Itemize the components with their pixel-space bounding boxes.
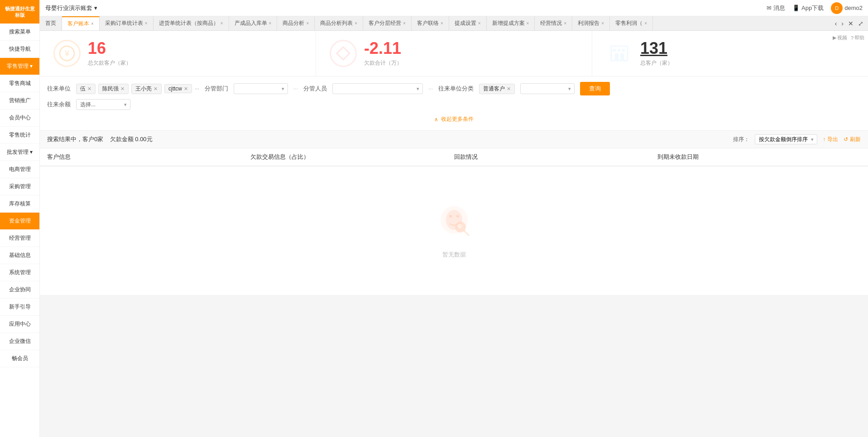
svg-line-14 xyxy=(464,231,469,235)
tab-home[interactable]: 首页 xyxy=(40,16,62,31)
svg-rect-7 xyxy=(622,49,625,52)
sidebar-item-operations_mgmt[interactable]: 经营管理 xyxy=(0,230,39,247)
sidebar-item-enterprise_collab[interactable]: 企业协同 xyxy=(0,281,39,299)
app-download-button[interactable]: 📱 App下载 xyxy=(792,4,824,12)
filter-dept-container xyxy=(234,83,288,94)
tab-customer_segment[interactable]: 客户分层经营× xyxy=(363,16,412,31)
tag-close[interactable]: ✕ xyxy=(153,86,158,92)
filter-person-more[interactable]: ··· xyxy=(428,86,433,92)
filter-person-container xyxy=(332,83,423,94)
tab-close-retail_profit[interactable]: × xyxy=(644,21,647,26)
tab-purchase_order_stats[interactable]: 采购订单统计表× xyxy=(100,16,153,31)
tab-close-business_status[interactable]: × xyxy=(564,21,566,26)
tag-close[interactable]: ✕ xyxy=(184,86,188,92)
tab-close-produce_inbound[interactable]: × xyxy=(269,21,272,26)
filter-dept-label: 分管部门 xyxy=(205,85,228,93)
sidebar-item-quick_nav[interactable]: 快捷导航 xyxy=(0,41,39,58)
tab-promo_settings[interactable]: 提成设置× xyxy=(449,16,487,31)
tag-close[interactable]: ✕ xyxy=(87,86,91,92)
tab-close-add_promo_plan[interactable]: × xyxy=(527,21,529,26)
sidebar-item-member_center[interactable]: 会员中心 xyxy=(0,109,39,127)
tab-product_analysis_list[interactable]: 商品分析列表× xyxy=(315,16,363,31)
stat-value-total-customers: 131 xyxy=(640,40,673,57)
tag-close[interactable]: ✕ xyxy=(120,86,125,92)
filter-unit-type-close[interactable]: ✕ xyxy=(507,86,511,92)
help-button[interactable]: ? 帮助 xyxy=(851,34,864,41)
filter-collapse-row[interactable]: ∧ 收起更多条件 xyxy=(47,114,861,125)
filter-dept-more[interactable]: ··· xyxy=(293,86,298,92)
video-help-button[interactable]: ▶ 视频 xyxy=(833,34,847,41)
topbar-left: 母婴行业演示账套 ▾ xyxy=(45,4,97,12)
sidebar-item-purchase_mgmt[interactable]: 采购管理 xyxy=(0,178,39,195)
svg-rect-4 xyxy=(620,53,624,61)
tab-add_promo_plan[interactable]: 新增提成方案× xyxy=(487,16,535,31)
tab-inbound_stats[interactable]: 进货单统计表（按商品）× xyxy=(153,16,229,31)
tab-customer_contact[interactable]: 客户联络× xyxy=(412,16,449,31)
tab-customer_book[interactable]: 客户账本× xyxy=(62,16,100,31)
tabs-prev-button[interactable]: ‹ xyxy=(833,19,839,28)
tab-label-retail_profit: 零售利润（ xyxy=(615,19,643,27)
tab-close-customer_segment[interactable]: × xyxy=(403,21,406,26)
tab-retail_profit[interactable]: 零售利润（× xyxy=(610,16,653,31)
filter-unit-tag-陈民强[interactable]: 陈民强 ✕ xyxy=(98,84,129,94)
tab-product_analysis[interactable]: 商品分析× xyxy=(277,16,315,31)
tab-close-customer_book[interactable]: × xyxy=(91,21,94,26)
tabs-expand-button[interactable]: ⤢ xyxy=(856,19,865,28)
stat-credit-customers: ¥ 16 总欠款客户（家） xyxy=(40,31,316,76)
svg-rect-2 xyxy=(611,46,628,61)
sidebar-item-enterprise_wechat[interactable]: 企业微信 xyxy=(0,333,39,350)
tab-close-purchase_order_stats[interactable]: × xyxy=(145,21,148,26)
tab-label-business_status: 经营情况 xyxy=(540,19,562,27)
filter-unit-tag-cjttcw[interactable]: cjttcw ✕ xyxy=(164,84,192,93)
empty-text: 暂无数据 xyxy=(442,251,466,259)
messages-button[interactable]: ✉ 消息 xyxy=(767,4,785,12)
query-button[interactable]: 查询 xyxy=(580,82,610,95)
filter-unit-type-tag[interactable]: 普通客户 ✕ xyxy=(479,84,515,94)
sidebar-item-system_mgmt[interactable]: 系统管理 xyxy=(0,264,39,281)
filter-dept-select[interactable] xyxy=(234,83,288,94)
message-icon: ✉ xyxy=(767,5,772,11)
sidebar-item-retail_stats[interactable]: 零售统计 xyxy=(0,127,39,144)
stat-label-credit-customers: 总欠款客户（家） xyxy=(88,59,131,67)
sidebar-item-app_center[interactable]: 应用中心 xyxy=(0,316,39,333)
tab-close-product_analysis_list[interactable]: × xyxy=(355,21,357,26)
tab-produce_inbound[interactable]: 产成品入库单× xyxy=(229,16,278,31)
sidebar-item-ecom_mgmt[interactable]: 电商管理 xyxy=(0,161,39,178)
tabs-close-all-button[interactable]: ✕ xyxy=(846,19,855,28)
filter-balance-select[interactable]: 选择... xyxy=(76,99,130,110)
tab-business_status[interactable]: 经营情况× xyxy=(535,16,572,31)
unit-tags-more[interactable]: ··· xyxy=(195,86,199,92)
svg-point-11 xyxy=(456,215,459,218)
main-content: 母婴行业演示账套 ▾ ✉ 消息 📱 App下载 D demo2 首页客户账本×采… xyxy=(40,0,868,437)
tab-close-profit_report[interactable]: × xyxy=(601,21,604,26)
tabs-next-button[interactable]: › xyxy=(839,19,845,28)
sidebar-item-retail_mall[interactable]: 零售商城 xyxy=(0,75,39,92)
sidebar-item-search[interactable]: 搜索菜单 xyxy=(0,24,39,41)
sidebar-item-marketing[interactable]: 营销推广 xyxy=(0,92,39,109)
sidebar-item-batch_mgmt[interactable]: 批发管理 ▾ xyxy=(0,144,39,161)
sidebar-item-member_vip[interactable]: 畅会员 xyxy=(0,350,39,367)
tab-close-inbound_stats[interactable]: × xyxy=(221,21,223,26)
sidebar-item-new_guide[interactable]: 新手引导 xyxy=(0,299,39,316)
user-menu[interactable]: D demo2 xyxy=(831,2,863,14)
tab-close-customer_contact[interactable]: × xyxy=(441,21,443,26)
tab-label-promo_settings: 提成设置 xyxy=(455,19,476,27)
export-button[interactable]: ↑ 导出 xyxy=(823,136,838,143)
filter-person-select[interactable] xyxy=(332,83,423,94)
sidebar-item-basic_info[interactable]: 基础信息 xyxy=(0,247,39,264)
filter-unit-type-select[interactable] xyxy=(520,83,575,94)
sidebar-item-finance_mgmt[interactable]: 资金管理 xyxy=(0,213,39,230)
filter-unit-tag-伍[interactable]: 伍 ✕ xyxy=(76,84,96,94)
filter-unit-tag-王小亮[interactable]: 王小亮 ✕ xyxy=(131,84,162,94)
tab-profit_report[interactable]: 利润报告× xyxy=(572,16,610,31)
sidebar-item-retail_mgmt[interactable]: 零售管理 ▾ xyxy=(0,58,39,75)
account-selector[interactable]: 母婴行业演示账套 ▾ xyxy=(45,4,97,12)
sidebar-item-inventory[interactable]: 库存核算 xyxy=(0,195,39,213)
sort-select[interactable]: 按欠款金额倒序排序 xyxy=(755,134,817,144)
refresh-button[interactable]: ↺ 刷新 xyxy=(844,136,861,143)
sidebar-items-container: 搜索菜单快捷导航零售管理 ▾零售商城营销推广会员中心零售统计批发管理 ▾电商管理… xyxy=(0,24,39,367)
refresh-label: 刷新 xyxy=(850,136,861,143)
tab-close-promo_settings[interactable]: × xyxy=(478,21,481,26)
tab-close-product_analysis[interactable]: × xyxy=(306,21,309,26)
sort-label: 排序： xyxy=(733,136,749,143)
